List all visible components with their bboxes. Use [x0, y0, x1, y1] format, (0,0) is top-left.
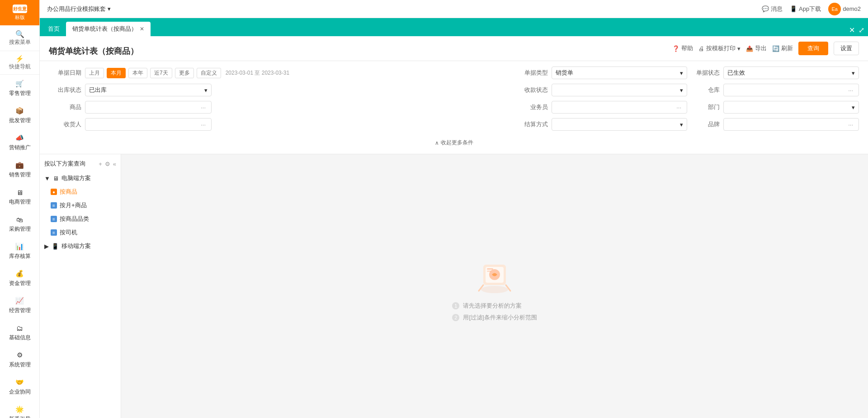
filter-pay-status-item: 收款状态 ▾: [515, 84, 687, 96]
date-more-btn[interactable]: 更多: [175, 68, 194, 78]
tip-text-1: 请先选择要分析的方案: [463, 302, 522, 310]
query-button[interactable]: 查询: [798, 42, 828, 55]
sidebar-item-ecom[interactable]: 🖥 电商管理: [0, 183, 39, 210]
salesman-select[interactable]: ···: [552, 101, 687, 114]
receiver-select[interactable]: ···: [85, 118, 212, 131]
out-status-value: 已出库: [89, 86, 107, 94]
scheme-group-pc: ▼ 🖥 电脑端方案 ● 按商品 ≡ 按月+商品 ≡ 按商品品类: [40, 171, 121, 239]
print-icon: 🖨: [698, 45, 704, 52]
payment-method-select[interactable]: ▾: [552, 118, 687, 131]
scheme-group-pc-title[interactable]: ▼ 🖥 电脑端方案: [40, 171, 121, 185]
message-button[interactable]: 💬 消息: [762, 5, 783, 13]
date-last-month-btn[interactable]: 上月: [85, 68, 104, 78]
mobile-group-label: 移动端方案: [61, 242, 91, 250]
sidebar-item-marketing[interactable]: 📣 营销推广: [0, 129, 39, 156]
tip-num-2: 2: [452, 314, 459, 321]
sidebar-item-wholesale[interactable]: 📦 批发管理: [0, 102, 39, 129]
export-button[interactable]: 📤 导出: [746, 44, 767, 52]
tab-home[interactable]: 首页: [42, 22, 66, 36]
settings-button[interactable]: 设置: [834, 42, 859, 55]
tab-close-icon[interactable]: ✕: [140, 26, 144, 32]
receiver-label: 收货人: [49, 120, 85, 128]
pay-status-select[interactable]: ▾: [552, 84, 687, 96]
doc-type-select[interactable]: 销货单 ▾: [552, 66, 687, 79]
doc-type-label: 单据类型: [515, 69, 552, 77]
app-download-icon: 📱: [790, 5, 797, 12]
wholesale-icon: 📦: [15, 106, 24, 115]
scheme-item-by-goods[interactable]: ● 按商品: [40, 185, 121, 199]
collapse-label: 收起更多条件: [441, 139, 473, 147]
filter-goods-item: 商品 ···: [49, 101, 515, 114]
sidebar-item-system[interactable]: ⚙ 系统管理: [0, 346, 39, 373]
date-this-year-btn[interactable]: 本年: [128, 68, 147, 78]
dropdown-icon: ▾: [108, 5, 111, 12]
help-button[interactable]: ❓ 帮助: [672, 44, 693, 52]
svg-point-0: [481, 286, 508, 293]
receiver-dots-icon[interactable]: ···: [199, 121, 208, 128]
filter-brand-item: 品牌 ···: [687, 118, 859, 131]
data-area: 1 请先选择要分析的方案 2 用[过滤]条件来缩小分析范围: [121, 154, 868, 418]
tab-close-all-icon[interactable]: ✕: [849, 26, 855, 34]
date-7days-btn[interactable]: 近7天: [150, 68, 172, 78]
sidebar-item-sales[interactable]: 💼 销售管理: [0, 156, 39, 183]
scheme-item-by-month-goods[interactable]: ≡ 按月+商品: [40, 199, 121, 212]
pay-status-dropdown-icon: ▾: [680, 87, 683, 94]
sidebar-item-purchase[interactable]: 🛍 采购管理: [0, 210, 39, 238]
brand-dots-icon[interactable]: ···: [846, 121, 855, 128]
industry-selector[interactable]: 办公用品行业模拟账套 ▾: [47, 5, 111, 13]
logo-icon: 好生意: [13, 5, 27, 13]
help-icon: ❓: [672, 45, 679, 52]
date-this-month-btn[interactable]: 本月: [107, 68, 126, 78]
sidebar: 好生意 标版 🔍 搜索菜单 ⚡ 快捷导航 🛒 零售管理 📦 批发管理 📣 营销推…: [0, 0, 40, 418]
filter-department-item: 部门 ▾: [687, 101, 859, 114]
scheme-by-goods-icon: ●: [51, 189, 57, 195]
settings-scheme-icon[interactable]: ⚙: [105, 161, 110, 167]
newbie-icon: 🌟: [15, 405, 24, 414]
tab-actions: ✕ ⤢: [849, 26, 868, 36]
brand-select[interactable]: ···: [723, 118, 859, 131]
out-status-select[interactable]: 已出库 ▾: [85, 84, 212, 96]
collapse-scheme-icon[interactable]: «: [113, 161, 116, 167]
mobile-group-arrow-icon: ▶: [44, 243, 49, 250]
search-menu-item[interactable]: 🔍 搜索菜单: [0, 25, 39, 51]
quick-nav-item[interactable]: ⚡ 快捷导航: [0, 51, 39, 75]
add-scheme-icon[interactable]: +: [99, 161, 102, 167]
app-download-button[interactable]: 📱 App下载: [790, 5, 821, 13]
tab-sales-stat[interactable]: 销货单统计表（按商品） ✕: [66, 22, 151, 36]
warehouse-select[interactable]: ···: [723, 84, 859, 96]
tab-expand-icon[interactable]: ⤢: [859, 26, 864, 34]
refresh-button[interactable]: 🔄 刷新: [772, 44, 793, 52]
scheme-item-by-driver[interactable]: ≡ 按司机: [40, 226, 121, 239]
operations-icon: 📈: [15, 296, 24, 305]
user-profile[interactable]: Ea demo2: [828, 3, 861, 15]
department-select[interactable]: ▾: [723, 101, 859, 114]
scheme-item-by-goods-cat[interactable]: ≡ 按商品品类: [40, 212, 121, 226]
sidebar-item-basic[interactable]: 🗂 基础信息: [0, 319, 39, 346]
doc-status-select[interactable]: 已生效 ▾: [723, 66, 859, 79]
salesman-dots-icon[interactable]: ···: [675, 104, 683, 111]
payment-method-label: 结算方式: [515, 120, 552, 128]
scheme-panel: 按以下方案查询 + ⚙ « ▼ 🖥 电脑端方案 ●: [40, 154, 121, 418]
date-label: 单据日期: [49, 69, 85, 77]
date-custom-btn[interactable]: 自定义: [197, 68, 221, 78]
filter-receiver-item: 收货人 ···: [49, 118, 515, 131]
sidebar-item-finance[interactable]: 💰 资金管理: [0, 265, 39, 292]
goods-select[interactable]: ···: [85, 101, 212, 114]
warehouse-dots-icon[interactable]: ···: [846, 87, 855, 94]
sidebar-item-enterprise[interactable]: 🤝 企业协同: [0, 373, 39, 400]
scheme-group-mobile-title[interactable]: ▶ 📱 移动端方案: [40, 239, 121, 253]
sidebar-item-retail[interactable]: 🛒 零售管理: [0, 75, 39, 102]
message-icon: 💬: [762, 5, 769, 12]
sidebar-item-newbie[interactable]: 🌟 新手引导: [0, 400, 39, 418]
filter-title-panel: 销货单统计表（按商品） ❓ 帮助 🖨 按模板打印 ▾ 📤 导出: [40, 36, 868, 154]
tip-num-1: 1: [452, 302, 459, 309]
app-download-label: App下载: [799, 5, 821, 13]
filter-date-item: 单据日期 上月 本月 本年 近7天 更多 自定义 2023-03-01 至 20…: [49, 68, 515, 78]
sidebar-item-operations[interactable]: 📈 经营管理: [0, 292, 39, 319]
collapse-more-button[interactable]: ∧ 收起更多条件: [49, 135, 859, 148]
svg-rect-5: [487, 271, 491, 272]
sidebar-logo: 好生意 标版: [0, 0, 39, 25]
goods-dots-icon[interactable]: ···: [199, 104, 208, 111]
sidebar-item-inventory[interactable]: 📊 库存核算: [0, 238, 39, 265]
template-print-button[interactable]: 🖨 按模板打印 ▾: [698, 44, 741, 52]
